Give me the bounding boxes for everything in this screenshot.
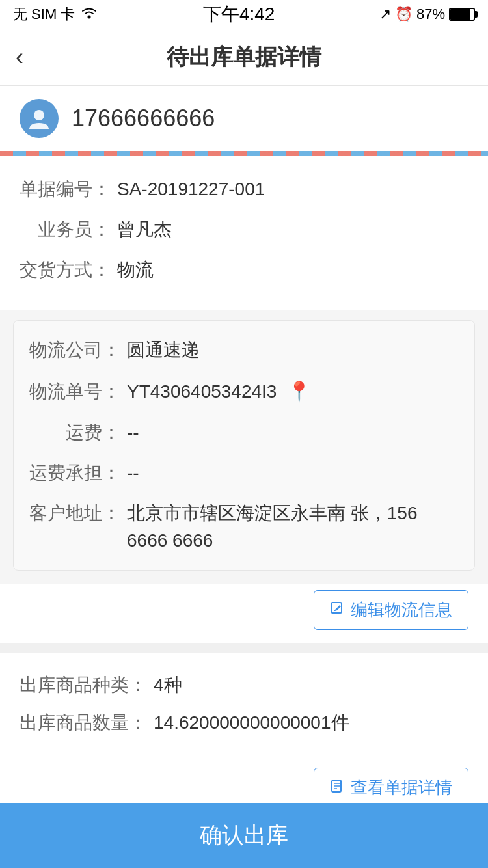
status-bar-right: ↗ ⏰ 87% [379, 6, 475, 23]
bottom-bar: 确认出库 [0, 803, 488, 868]
order-no-value: SA-20191227-001 [117, 176, 468, 203]
customer-section: 17666666666 [0, 86, 488, 151]
edit-btn-row: 编辑物流信息 [0, 584, 488, 643]
order-no-label: 单据编号： [20, 176, 111, 203]
logistics-company-value: 圆通速递 [127, 336, 459, 364]
logistics-company-label: 物流公司： [29, 336, 120, 364]
address-value: 北京市市辖区海淀区永丰南 张，156 6666 6666 [127, 500, 459, 554]
goods-quantity-row: 出库商品数量： 14.620000000000001件 [20, 711, 468, 735]
order-no-row: 单据编号： SA-20191227-001 [20, 176, 468, 203]
nav-bar: ‹ 待出库单据详情 [0, 29, 488, 86]
freight-value: -- [127, 419, 459, 446]
logistics-card: 物流公司： 圆通速递 物流单号： YT43064053424I3 📍 运费： -… [13, 320, 475, 571]
view-detail-button[interactable]: 查看单据详情 [314, 768, 468, 807]
tracking-label: 物流单号： [29, 378, 120, 405]
logistics-company-row: 物流公司： 圆通速递 [29, 336, 459, 364]
svg-point-0 [88, 16, 91, 19]
status-bar-left: 无 SIM 卡 [13, 5, 98, 24]
alarm-icon: ⏰ [395, 6, 413, 23]
address-label: 客户地址： [29, 500, 120, 527]
edit-icon [330, 601, 344, 619]
customer-phone: 17666666666 [72, 105, 215, 132]
page-title: 待出库单据详情 [167, 42, 321, 72]
goods-type-value: 4种 [154, 673, 182, 698]
freight-label: 运费： [29, 419, 120, 446]
logistics-tracking-row: 物流单号： YT43064053424I3 📍 [29, 377, 459, 406]
order-info-section: 单据编号： SA-20191227-001 业务员： 曾凡杰 交货方式： 物流 [0, 156, 488, 310]
address-row: 客户地址： 北京市市辖区海淀区永丰南 张，156 6666 6666 [29, 500, 459, 554]
delivery-value: 物流 [117, 256, 468, 284]
goods-type-row: 出库商品种类： 4种 [20, 673, 468, 698]
wifi-icon [80, 6, 98, 23]
freight-row: 运费： -- [29, 419, 459, 446]
goods-quantity-value: 14.620000000000001件 [154, 711, 349, 735]
edit-logistics-label: 编辑物流信息 [351, 599, 452, 621]
salesperson-label: 业务员： [20, 216, 111, 243]
edit-logistics-button[interactable]: 编辑物流信息 [314, 590, 468, 630]
salesperson-value: 曾凡杰 [117, 216, 468, 243]
location-status-icon: ↗ [379, 6, 391, 23]
document-icon [330, 778, 344, 798]
battery-icon [449, 8, 475, 21]
freight-bearer-row: 运费承担： -- [29, 459, 459, 487]
map-pin-icon[interactable]: 📍 [287, 377, 311, 406]
battery-percent: 87% [416, 6, 445, 23]
svg-point-1 [34, 110, 44, 120]
salesperson-row: 业务员： 曾凡杰 [20, 216, 468, 243]
goods-section: 出库商品种类： 4种 出库商品数量： 14.620000000000001件 [0, 653, 488, 761]
back-button[interactable]: ‹ [16, 44, 23, 71]
status-bar: 无 SIM 卡 下午4:42 ↗ ⏰ 87% [0, 0, 488, 29]
goods-quantity-label: 出库商品数量： [20, 711, 147, 735]
freight-bearer-value: -- [127, 459, 459, 487]
section-divider [0, 643, 488, 653]
page-content: 17666666666 单据编号： SA-20191227-001 业务员： 曾… [0, 86, 488, 868]
tracking-number: YT43064053424I3 [127, 378, 277, 405]
carrier-text: 无 SIM 卡 [13, 5, 75, 24]
status-bar-time: 下午4:42 [203, 2, 275, 27]
view-detail-label: 查看单据详情 [351, 776, 452, 799]
freight-bearer-label: 运费承担： [29, 459, 120, 487]
avatar [20, 99, 59, 138]
delivery-row: 交货方式： 物流 [20, 256, 468, 284]
goods-type-label: 出库商品种类： [20, 673, 147, 698]
dashed-separator [0, 151, 488, 156]
svg-rect-2 [331, 603, 342, 613]
delivery-label: 交货方式： [20, 256, 111, 284]
confirm-button[interactable]: 确认出库 [200, 821, 288, 850]
